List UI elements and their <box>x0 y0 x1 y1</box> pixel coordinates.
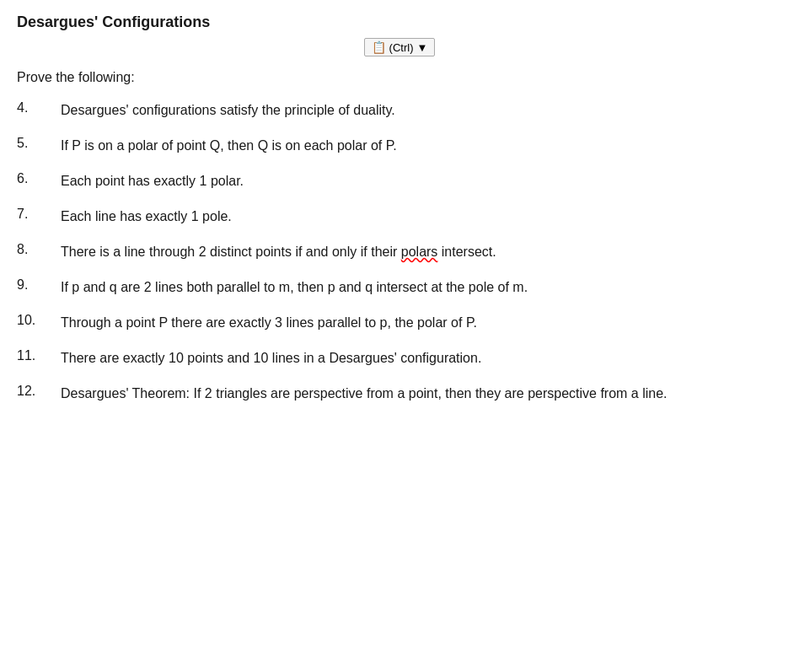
item-text: There are exactly 10 points and 10 lines… <box>61 348 782 368</box>
ctrl-toolbar: 📋 (Ctrl) ▼ <box>17 38 782 56</box>
list-item: 11.There are exactly 10 points and 10 li… <box>17 348 782 368</box>
squiggly-word: polars <box>401 245 438 259</box>
list-item: 7.Each line has exactly 1 pole. <box>17 207 782 227</box>
list-item: 6.Each point has exactly 1 polar. <box>17 171 782 191</box>
item-number: 5. <box>17 136 47 151</box>
dropdown-arrow-icon: ▼ <box>417 41 428 54</box>
intro-text: Prove the following: <box>17 70 782 85</box>
list-item: 8.There is a line through 2 distinct poi… <box>17 242 782 262</box>
ctrl-button[interactable]: 📋 (Ctrl) ▼ <box>364 38 436 56</box>
page-title: Desargues' Configurations <box>17 13 782 31</box>
item-text: Each line has exactly 1 pole. <box>61 207 782 227</box>
item-text: Through a point P there are exactly 3 li… <box>61 313 782 333</box>
item-number: 9. <box>17 277 47 293</box>
items-list: 4.Desargues' configurations satisfy the … <box>17 100 782 404</box>
item-text: If P is on a polar of point Q, then Q is… <box>61 136 782 156</box>
item-text: There is a line through 2 distinct point… <box>61 242 782 262</box>
list-item: 10.Through a point P there are exactly 3… <box>17 313 782 333</box>
list-item: 9.If p and q are 2 lines both parallel t… <box>17 277 782 298</box>
item-number: 12. <box>17 384 47 399</box>
list-item: 12.Desargues' Theorem: If 2 triangles ar… <box>17 384 782 404</box>
list-item: 5.If P is on a polar of point Q, then Q … <box>17 136 782 156</box>
item-number: 11. <box>17 348 47 363</box>
item-number: 4. <box>17 100 47 116</box>
ctrl-label: (Ctrl) <box>389 41 414 54</box>
clipboard-icon: 📋 <box>372 40 386 54</box>
list-item: 4.Desargues' configurations satisfy the … <box>17 100 782 121</box>
item-number: 7. <box>17 207 47 222</box>
item-number: 10. <box>17 313 47 328</box>
item-text: Each point has exactly 1 polar. <box>61 171 782 191</box>
item-text: If p and q are 2 lines both parallel to … <box>61 277 782 298</box>
item-text: Desargues' Theorem: If 2 triangles are p… <box>61 384 782 404</box>
item-number: 6. <box>17 171 47 186</box>
item-number: 8. <box>17 242 47 257</box>
item-text: Desargues' configurations satisfy the pr… <box>61 100 782 121</box>
